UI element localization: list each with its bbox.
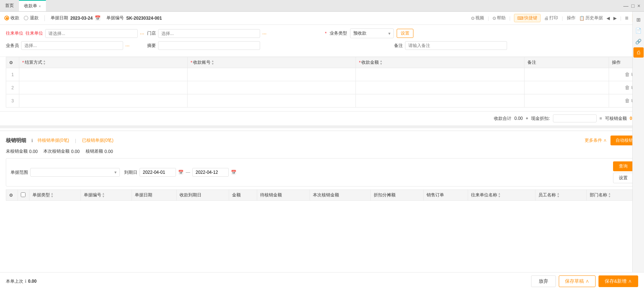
toolbar-right: ⊙ 视频 | ⊙ 帮助 | ⌨ 快捷键 🖨 打印 | 操作 📋: [471, 14, 640, 22]
table-settings-icon[interactable]: ⚙: [6, 57, 19, 68]
history-btn[interactable]: 📋 历史单据: [579, 15, 603, 21]
date-field: 单据日期 2023-03-24 📅: [51, 15, 101, 21]
remark-label: 备注: [394, 43, 403, 49]
stat-unchecked-label: 未核销金额: [6, 148, 28, 154]
sidebar-link-icon[interactable]: 🔗: [633, 36, 644, 47]
radio-receive[interactable]: 收款: [4, 15, 19, 21]
row-1-account[interactable]: [188, 68, 356, 81]
available-label: 可核销金额: [605, 115, 627, 122]
date-calendar-1[interactable]: 📅: [178, 170, 184, 175]
more-conditions-btn[interactable]: 更多条件 ∧: [585, 137, 607, 144]
range-select[interactable]: ▾: [30, 168, 120, 177]
summary-input[interactable]: [158, 41, 260, 50]
stat-unchecked-value: 0.00: [29, 149, 38, 154]
due-date-label: 到期日: [124, 169, 137, 176]
sort-doc-number[interactable]: ▲▼: [102, 192, 105, 198]
verify-info-icon[interactable]: ℹ: [31, 138, 33, 143]
maximize-icon[interactable]: □: [631, 3, 634, 9]
radio-receive-circle: [4, 16, 9, 20]
row-3-account[interactable]: [188, 94, 356, 107]
date-calendar-2[interactable]: 📅: [231, 170, 236, 175]
sidebar-screenshot-icon[interactable]: ⎙: [633, 47, 644, 58]
remark-input[interactable]: [405, 41, 507, 50]
history-icon: 📋: [579, 16, 585, 21]
video-btn[interactable]: ⊙ 视频: [471, 15, 484, 21]
operation-btn[interactable]: 操作: [567, 15, 576, 21]
partner-more-icon[interactable]: ···: [140, 31, 144, 36]
row-3-settlement[interactable]: [19, 94, 188, 107]
nav-right-icon[interactable]: ▶: [613, 16, 617, 21]
row-3-amount[interactable]: [356, 94, 524, 107]
business-type-value: 预收款: [353, 30, 387, 36]
sort-icon-settlement[interactable]: ▲▼: [43, 60, 46, 66]
sort-icon-amount[interactable]: ▲▼: [380, 60, 382, 66]
sort-doc-type[interactable]: ▲▼: [51, 192, 54, 198]
tab-pending[interactable]: 待核销单据(0笔): [38, 137, 69, 144]
col-amount: * 收款金额 ▲▼: [356, 57, 524, 68]
bottom-info-icon[interactable]: ℹ: [25, 279, 27, 284]
shortcut-btn[interactable]: ⌨ 快捷键: [514, 14, 541, 22]
history-label: 历史单据: [585, 15, 603, 21]
filter-settings-button[interactable]: 设置: [613, 173, 633, 183]
row-1-remark[interactable]: [524, 68, 609, 81]
sort-icon-account[interactable]: ▲▼: [211, 60, 214, 66]
help-btn[interactable]: ⊙ 帮助: [492, 15, 506, 21]
sidebar-doc-icon[interactable]: 📄: [633, 26, 644, 36]
minimize-icon[interactable]: —: [623, 3, 628, 9]
vcol-checkbox[interactable]: [18, 190, 30, 201]
date-to-input[interactable]: [192, 168, 229, 177]
row-1-amount[interactable]: [356, 68, 524, 81]
staff-more-icon[interactable]: ···: [125, 43, 130, 48]
discard-button[interactable]: 放弃: [531, 275, 556, 287]
row-1-delete-icon[interactable]: 🗑: [625, 71, 630, 78]
date-from-input[interactable]: [140, 168, 176, 177]
radio-refund[interactable]: 退款: [24, 15, 39, 21]
sort-staff[interactable]: ▲▼: [557, 192, 559, 198]
row-index-3: 3: [6, 94, 19, 107]
sidebar-table-icon[interactable]: ⊞: [633, 15, 644, 25]
row-2-settlement[interactable]: [19, 81, 188, 94]
bottom-info-label: 本单上次: [6, 278, 23, 285]
business-type-select[interactable]: 预收款 ▾: [350, 28, 394, 38]
layout-icon-1[interactable]: ≡: [625, 15, 628, 21]
calendar-icon[interactable]: 📅: [95, 15, 101, 21]
close-window-icon[interactable]: ×: [637, 3, 640, 9]
save-new-button[interactable]: 保存&新增 ∧: [598, 275, 638, 287]
tab-done[interactable]: 已核销单据(0笔): [82, 137, 114, 144]
row-3-remark[interactable]: [524, 94, 609, 107]
stat-current: 本次核销金额 0.00: [43, 148, 79, 154]
tab-receipt[interactable]: 收款单 ×: [19, 0, 46, 11]
store-more-icon[interactable]: ···: [262, 31, 267, 36]
tab-close-icon[interactable]: ×: [39, 4, 41, 8]
vcol-settings[interactable]: ⚙: [6, 190, 18, 201]
tab-home[interactable]: 首页: [0, 0, 19, 11]
select-all-checkbox[interactable]: [21, 192, 25, 197]
save-draft-button[interactable]: 保存草稿 ∧: [559, 275, 596, 287]
verify-table: ⚙ 单据类型 ▲▼ 单据编号 ▲▼: [6, 189, 638, 201]
sort-dept[interactable]: ▲▼: [608, 192, 611, 198]
row-2-account[interactable]: [188, 81, 356, 94]
bottom-bar: 本单上次 ℹ 0.00 放弃 保存草稿 ∧ 保存&新增 ∧: [0, 272, 644, 290]
settings-button[interactable]: 设置: [397, 29, 413, 38]
row-2-delete-icon[interactable]: 🗑: [625, 85, 630, 91]
staff-input[interactable]: [21, 41, 123, 50]
row-3-delete-icon[interactable]: 🗑: [625, 98, 630, 104]
table-section: ⚙ * 结算方式 ▲▼ * 收款账号 ▲▼: [0, 57, 644, 111]
discount-input[interactable]: [553, 114, 597, 122]
vcol-staff-name: 员工名称 ▲▼: [535, 190, 587, 201]
form-row-1: 往来单位 往来单位 ··· 门店 ··· * 业务类型 预收款 ▾ 设置: [6, 28, 638, 38]
vcol-partner-name: 往来单位名称 ▲▼: [468, 190, 535, 201]
nav-left-icon[interactable]: ◀: [606, 16, 610, 21]
print-btn[interactable]: 🖨 打印: [544, 15, 558, 21]
sort-partner[interactable]: ▲▼: [498, 192, 501, 198]
row-2-amount[interactable]: [356, 81, 524, 94]
store-input[interactable]: [158, 29, 260, 38]
row-1-settlement[interactable]: [19, 68, 188, 81]
partner-input[interactable]: [45, 29, 138, 38]
query-button[interactable]: 查询: [613, 161, 633, 171]
total-value: 0.00: [514, 116, 523, 121]
row-2-remark[interactable]: [524, 81, 609, 94]
store-label: 门店: [147, 30, 156, 36]
number-value: SK-20230324-001: [126, 16, 162, 21]
range-select-arrow: ▾: [114, 170, 117, 175]
